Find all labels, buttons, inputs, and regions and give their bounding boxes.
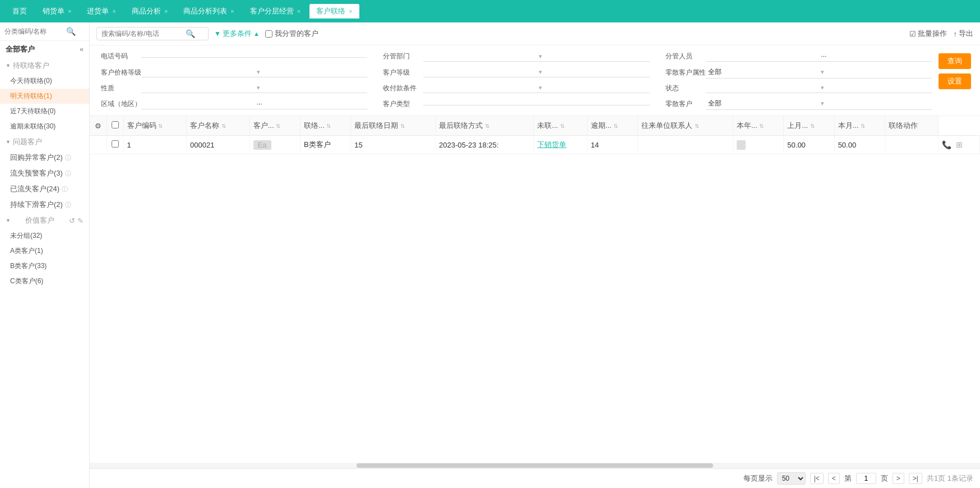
sort-icon: ⇅ <box>326 123 331 129</box>
nav-customer-contact[interactable]: 客户联络 × <box>309 4 359 19</box>
next-page-btn[interactable]: > <box>893 473 904 484</box>
payment-dropdown[interactable]: ▾ <box>423 83 649 93</box>
col-unit-contact[interactable]: 往来单位联系人 ⇅ <box>638 116 733 136</box>
nav-close-icon[interactable]: × <box>164 8 168 15</box>
col-this-month[interactable]: 本月... ⇅ <box>834 116 885 136</box>
retail-attr-dropdown[interactable]: 全部 ▾ <box>706 66 932 79</box>
page-number-input[interactable] <box>856 473 876 484</box>
scrollbar-thumb[interactable] <box>357 463 713 468</box>
phone-action-icon[interactable]: 📞 <box>942 140 951 149</box>
cell-contact-actions: 📞 ⊞ <box>939 136 980 154</box>
col-uncontacted[interactable]: 未联... ⇅ <box>534 116 588 136</box>
horizontal-scrollbar[interactable] <box>90 463 980 468</box>
collapse-icon[interactable]: « <box>80 45 84 53</box>
sort-icon: ⇅ <box>695 123 699 129</box>
my-customers-checkbox[interactable]: 我分管的客户 <box>265 29 318 39</box>
sidebar-item-churned[interactable]: 已流失客户(24) ⓘ <box>0 181 89 197</box>
select-all-checkbox[interactable] <box>112 121 119 128</box>
edit-icon[interactable]: ✎ <box>77 217 84 225</box>
nav-product-analysis-list[interactable]: 商品分析列表 × <box>177 4 241 19</box>
nav-product-analysis[interactable]: 商品分析 × <box>125 4 174 19</box>
sidebar: 🔍 全部客户 « 待联络客户 今天待联络(0) 明天待联络(1) 近7天待联络(… <box>0 22 90 488</box>
sidebar-search-input[interactable] <box>4 27 66 35</box>
col-last-month[interactable]: 上月... ⇅ <box>784 116 834 136</box>
col-last-contact-date[interactable]: 最后联络日期 ⇅ <box>351 116 436 136</box>
sort-icon: ⇅ <box>613 123 618 129</box>
cell-no: 1 <box>123 136 187 154</box>
status-dropdown[interactable]: ▾ <box>706 83 932 93</box>
settings-col[interactable]: ⚙ <box>90 116 107 136</box>
sidebar-search-icon[interactable]: 🔍 <box>66 27 76 36</box>
sidebar-item-ungrouped[interactable]: 未分组(32) <box>0 228 89 243</box>
col-customer-code[interactable]: 客户编码 ⇅ <box>123 116 187 136</box>
sort-icon: ⇅ <box>276 123 280 129</box>
sidebar-item-overdue-contact[interactable]: 逾期未联络(30) <box>0 119 89 134</box>
export-icon: ↑ <box>954 30 958 38</box>
sidebar-item-declining[interactable]: 持续下滑客户(2) ⓘ <box>0 197 89 213</box>
value-level-dropdown[interactable]: ▾ <box>141 67 367 77</box>
manager-dropdown[interactable]: ··· <box>706 51 932 62</box>
search-icon[interactable]: 🔍 <box>186 29 195 38</box>
sidebar-problem-section: 问题客户 <box>0 134 89 150</box>
sidebar-item-class-b[interactable]: B类客户(33) <box>0 259 89 274</box>
nav-customer-tiering[interactable]: 客户分层经营 × <box>243 4 307 19</box>
refresh-icon[interactable]: ↺ <box>69 217 75 225</box>
cell-last-contact-method[interactable]: 下销货单 <box>534 136 588 154</box>
col-contact-count[interactable]: 联络... ⇅ <box>300 116 350 136</box>
query-button[interactable]: 查询 <box>939 53 971 69</box>
select-all-col[interactable] <box>107 116 123 136</box>
col-last-contact-method[interactable]: 最后联络方式 ⇅ <box>436 116 534 136</box>
col-customer-name[interactable]: 客户名称 ⇅ <box>187 116 250 136</box>
region-dropdown[interactable]: ··· <box>141 99 367 109</box>
customer-type-dropdown[interactable] <box>423 103 649 105</box>
filter-row-2: 客户价格等级 ▾ 客户等级 ▾ <box>96 66 932 79</box>
batch-ops-btn[interactable]: ☑ 批量操作 <box>909 29 947 39</box>
set-button[interactable]: 设置 <box>939 73 971 89</box>
per-page-select[interactable]: 50 100 200 <box>777 472 806 485</box>
page-suffix-label: 页 <box>881 473 888 484</box>
phone-dropdown[interactable] <box>141 55 367 58</box>
dropdown-arrow: ▾ <box>819 99 932 108</box>
dept-dropdown[interactable]: ▾ <box>423 52 649 62</box>
my-customers-check[interactable] <box>265 30 272 38</box>
first-page-btn[interactable]: |< <box>810 473 824 484</box>
contact-method-link[interactable]: 下销货单 <box>537 140 566 149</box>
prev-page-btn[interactable]: < <box>828 473 840 484</box>
dropdown-arrow: ▾ <box>537 67 650 77</box>
row-checkbox[interactable] <box>112 140 119 148</box>
nature-dropdown[interactable]: ▾ <box>141 83 367 93</box>
sidebar-item-class-c[interactable]: C类客户(6) <box>0 274 89 289</box>
more-icon[interactable]: ··· <box>819 51 932 61</box>
nav-purchase-order[interactable]: 进货单 × <box>80 4 122 19</box>
grid-action-icon[interactable]: ⊞ <box>956 140 963 149</box>
col-overdue[interactable]: 逾期... ⇅ <box>587 116 637 136</box>
nav-sales-order[interactable]: 销货单 × <box>36 4 78 19</box>
sidebar-all-customers[interactable]: 全部客户 « <box>0 41 89 58</box>
nav-close-icon[interactable]: × <box>297 8 301 15</box>
last-page-btn[interactable]: >| <box>909 473 922 484</box>
cell-uncontacted: 14 <box>587 136 637 154</box>
sidebar-item-churn-warning[interactable]: 流失预警客户(3) ⓘ <box>0 165 89 181</box>
nav-close-icon[interactable]: × <box>112 8 115 15</box>
search-input[interactable] <box>101 30 186 38</box>
nav-close-icon[interactable]: × <box>349 8 352 15</box>
more-icon[interactable]: ··· <box>255 99 368 109</box>
cell-overdue <box>638 136 733 154</box>
nav-close-icon[interactable]: × <box>230 8 234 15</box>
sidebar-item-today-contact[interactable]: 今天待联络(0) <box>0 73 89 89</box>
row-checkbox-cell[interactable] <box>107 136 123 154</box>
search-box: 🔍 <box>96 27 209 40</box>
sidebar-item-tomorrow-contact[interactable]: 明天待联络(1) <box>0 89 89 104</box>
col-this-year[interactable]: 本年... ⇅ <box>733 116 784 136</box>
more-conditions-btn[interactable]: ▼ 更多条件 ▲ <box>214 29 260 39</box>
nav-close-icon[interactable]: × <box>68 8 71 15</box>
sidebar-item-7day-contact[interactable]: 近7天待联络(0) <box>0 104 89 119</box>
customer-level-dropdown[interactable]: ▾ <box>423 67 649 77</box>
sidebar-item-class-a[interactable]: A类客户(1) <box>0 243 89 259</box>
nav-home[interactable]: 首页 <box>6 4 34 19</box>
customer-table: ⚙ 客户编码 ⇅ 客户名称 ⇅ 客户... ⇅ 联络... ⇅ 最后联络日期 ⇅… <box>90 116 980 154</box>
sidebar-item-repurchase-abnormal[interactable]: 回购异常客户(2) ⓘ <box>0 150 89 165</box>
col-customer-type[interactable]: 客户... ⇅ <box>249 116 300 136</box>
retail-customer-dropdown[interactable]: 全部 ▾ <box>706 98 932 110</box>
export-btn[interactable]: ↑ 导出 <box>954 29 974 39</box>
